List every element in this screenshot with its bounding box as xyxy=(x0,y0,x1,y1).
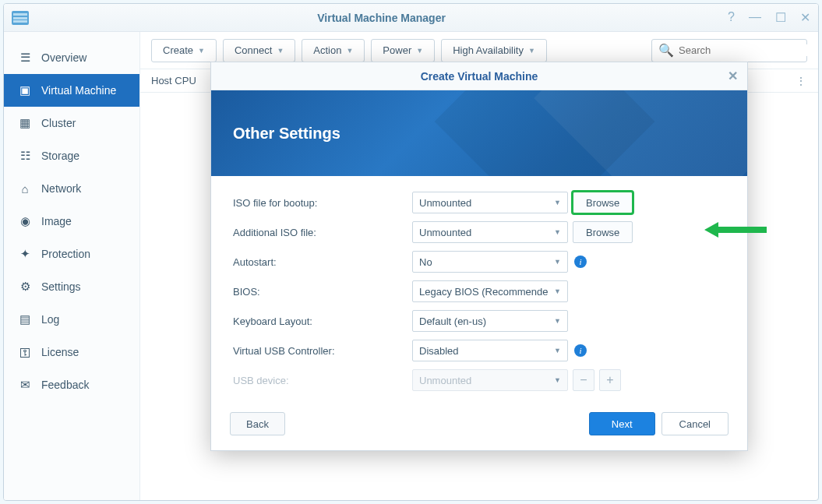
label-autostart: Autostart: xyxy=(233,256,412,268)
connect-button[interactable]: Connect▼ xyxy=(223,39,295,62)
app-icon xyxy=(12,11,29,25)
label-usb-device: USB device: xyxy=(233,375,412,386)
column-menu-icon[interactable]: ⋮ xyxy=(796,75,807,87)
feedback-icon: ✉ xyxy=(18,379,32,391)
select-keyboard[interactable]: Default (en-us)▼ xyxy=(412,310,568,332)
close-window-icon[interactable]: ✕ xyxy=(800,10,810,25)
browse-additional-iso-button[interactable]: Browse xyxy=(573,221,633,243)
search-input[interactable] xyxy=(679,44,810,56)
cancel-button[interactable]: Cancel xyxy=(661,412,729,435)
vm-icon: ▣ xyxy=(18,84,32,97)
create-button[interactable]: Create▼ xyxy=(151,39,217,62)
info-icon[interactable]: i xyxy=(574,344,587,357)
sidebar: ☰Overview ▣Virtual Machine ▦Cluster ☷Sto… xyxy=(4,32,140,500)
main-panel: Create▼ Connect▼ Action▼ Power▼ High Ava… xyxy=(140,32,818,500)
titlebar: Virtual Machine Manager ? — ☐ ✕ xyxy=(4,4,818,32)
search-icon: 🔍 xyxy=(658,43,674,58)
add-usb-button[interactable]: + xyxy=(599,369,621,391)
label-usb-controller: Virtual USB Controller: xyxy=(233,345,412,357)
chevron-down-icon: ▼ xyxy=(277,47,284,55)
modal-banner: Other Settings xyxy=(211,90,747,176)
cluster-icon: ▦ xyxy=(18,117,32,129)
modal-title: Create Virtual Machine xyxy=(421,70,538,83)
chevron-down-icon: ▼ xyxy=(554,347,561,354)
sidebar-item-storage[interactable]: ☷Storage xyxy=(4,139,139,172)
chevron-down-icon: ▼ xyxy=(198,47,205,55)
chevron-down-icon: ▼ xyxy=(554,376,561,384)
sidebar-item-settings[interactable]: ⚙Settings xyxy=(4,270,139,303)
select-additional-iso[interactable]: Unmounted▼ xyxy=(412,221,568,243)
create-vm-modal: Create Virtual Machine ✕ Other Settings … xyxy=(210,62,748,451)
high-availability-button[interactable]: High Availability▼ xyxy=(441,39,547,62)
label-additional-iso: Additional ISO file: xyxy=(233,227,412,238)
label-bios: BIOS: xyxy=(233,286,412,298)
power-button[interactable]: Power▼ xyxy=(371,39,435,62)
minimize-icon[interactable]: — xyxy=(749,10,761,25)
image-icon: ◉ xyxy=(18,215,32,227)
app-window: Virtual Machine Manager ? — ☐ ✕ ☰Overvie… xyxy=(3,3,819,501)
sidebar-item-overview[interactable]: ☰Overview xyxy=(4,41,139,74)
next-button[interactable]: Next xyxy=(589,412,655,435)
log-icon: ▤ xyxy=(18,313,32,326)
modal-body: ISO file for bootup: Unmounted▼ Browse A… xyxy=(211,176,747,407)
remove-usb-button[interactable]: − xyxy=(573,369,594,391)
network-icon: ⌂ xyxy=(18,182,32,195)
chevron-down-icon: ▼ xyxy=(416,47,423,55)
select-iso-bootup[interactable]: Unmounted▼ xyxy=(412,192,568,213)
maximize-icon[interactable]: ☐ xyxy=(775,10,786,25)
overview-icon: ☰ xyxy=(18,51,32,64)
license-icon: ⚿ xyxy=(18,346,32,358)
modal-header: Create Virtual Machine ✕ xyxy=(211,62,747,90)
label-keyboard: Keyboard Layout: xyxy=(233,315,412,327)
modal-banner-title: Other Settings xyxy=(233,125,340,143)
sidebar-item-image[interactable]: ◉Image xyxy=(4,205,139,238)
sidebar-item-virtual-machine[interactable]: ▣Virtual Machine xyxy=(4,74,139,107)
close-icon[interactable]: ✕ xyxy=(728,69,738,83)
chevron-down-icon: ▼ xyxy=(554,317,561,325)
sidebar-item-log[interactable]: ▤Log xyxy=(4,303,139,336)
search-box[interactable]: 🔍 xyxy=(651,39,807,62)
chevron-down-icon: ▼ xyxy=(554,258,561,266)
sidebar-item-feedback[interactable]: ✉Feedback xyxy=(4,368,139,401)
label-iso-bootup: ISO file for bootup: xyxy=(233,197,412,209)
chevron-down-icon: ▼ xyxy=(554,228,561,236)
action-button[interactable]: Action▼ xyxy=(302,39,365,62)
chevron-down-icon: ▼ xyxy=(346,47,353,55)
modal-overlay: Create Virtual Machine ✕ Other Settings … xyxy=(140,32,818,500)
sidebar-item-network[interactable]: ⌂Network xyxy=(4,172,139,205)
chevron-down-icon: ▼ xyxy=(554,287,561,295)
chevron-down-icon: ▼ xyxy=(554,199,561,206)
browse-iso-bootup-button[interactable]: Browse xyxy=(573,192,633,213)
protection-icon: ✦ xyxy=(18,248,32,260)
sidebar-item-cluster[interactable]: ▦Cluster xyxy=(4,107,139,139)
sidebar-item-license[interactable]: ⚿License xyxy=(4,336,139,368)
select-usb-device: Unmounted▼ xyxy=(412,369,568,391)
select-bios[interactable]: Legacy BIOS (Recommended)▼ xyxy=(412,280,568,302)
storage-icon: ☷ xyxy=(18,150,32,162)
chevron-down-icon: ▼ xyxy=(528,47,535,55)
help-icon[interactable]: ? xyxy=(728,10,735,25)
select-usb-controller[interactable]: Disabled▼ xyxy=(412,340,568,361)
back-button[interactable]: Back xyxy=(230,412,285,435)
window-title: Virtual Machine Manager xyxy=(35,12,728,24)
select-autostart[interactable]: No▼ xyxy=(412,251,568,273)
modal-footer: Back Next Cancel xyxy=(211,407,747,450)
sidebar-item-protection[interactable]: ✦Protection xyxy=(4,238,139,270)
info-icon[interactable]: i xyxy=(574,256,587,268)
settings-icon: ⚙ xyxy=(18,280,32,293)
